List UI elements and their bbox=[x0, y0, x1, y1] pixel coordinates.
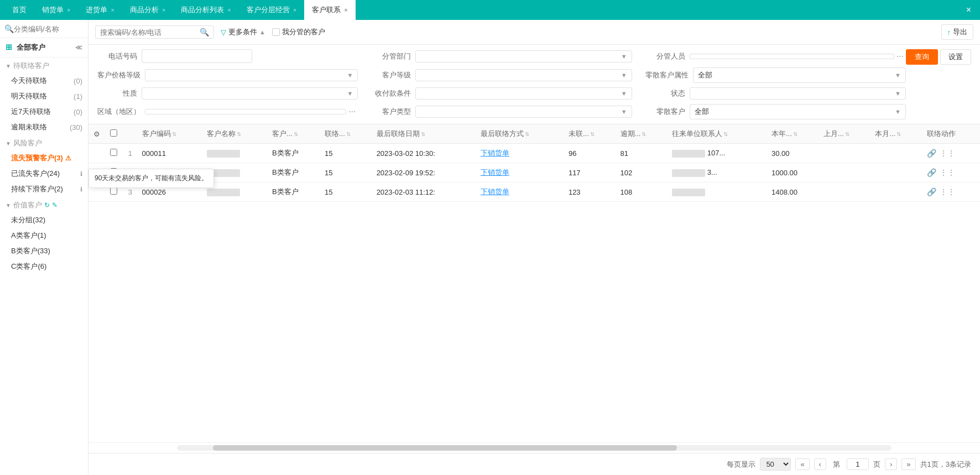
th-settings[interactable]: ⚙ bbox=[88, 124, 105, 144]
filter-retail-attr-select[interactable]: 全部 ▼ bbox=[693, 67, 906, 83]
close-purchase-order-icon[interactable]: × bbox=[111, 7, 114, 13]
search-submit-icon[interactable]: 🔍 bbox=[200, 28, 209, 36]
filter-price-select[interactable]: ▼ bbox=[145, 69, 358, 81]
close-customer-segment-icon[interactable]: × bbox=[293, 7, 296, 13]
close-customer-contact-icon[interactable]: × bbox=[344, 7, 347, 13]
filter-row-3: 性质 ▼ 收付款条件 ▼ bbox=[97, 87, 906, 100]
filter-customer-type-select[interactable]: ▼ bbox=[415, 106, 632, 118]
filter-manager-ellipsis[interactable]: ··· bbox=[894, 51, 906, 61]
sidebar-item-class-a[interactable]: A类客户(1) bbox=[0, 228, 88, 243]
th-last-month[interactable]: 上月...⇅ bbox=[820, 124, 872, 144]
edit-icon[interactable]: ✎ bbox=[52, 201, 58, 209]
sidebar-item-declining[interactable]: 持续下滑客户(2) ℹ bbox=[0, 181, 88, 197]
row-last-contact-date: 2023-03-02 10:30: bbox=[373, 144, 477, 163]
first-page-btn[interactable]: « bbox=[795, 458, 809, 470]
close-product-analysis-list-icon[interactable]: × bbox=[227, 7, 231, 13]
sidebar-group-value[interactable]: ▼ 价值客户 ↻ ✎ bbox=[0, 197, 88, 212]
row-code: 000026 bbox=[139, 182, 204, 202]
sidebar-item-7days[interactable]: 近7天待联络 (0) bbox=[0, 104, 88, 119]
th-contact[interactable]: 联络...⇅ bbox=[321, 124, 373, 144]
th-checkbox[interactable] bbox=[105, 124, 122, 144]
page-label-before: 第 bbox=[831, 460, 842, 469]
toolbar: 🔍 ▽ 更多条件 ▲ 我分管的客户 ↑ 导出 bbox=[88, 20, 980, 45]
horizontal-scrollbar[interactable] bbox=[177, 445, 892, 451]
my-customers-checkbox[interactable] bbox=[272, 28, 280, 36]
close-product-analysis-icon[interactable]: × bbox=[162, 7, 165, 13]
sidebar-item-class-c[interactable]: C类客户(6) bbox=[0, 259, 88, 274]
sidebar: 🔍 ⊞ 全部客户 ≪ ▼ 待联络客户 今天待联络 (0) 明天待联络 (1) 近… bbox=[0, 20, 88, 475]
filter-manager-select[interactable] bbox=[690, 54, 894, 59]
sidebar-item-churned[interactable]: 已流失客户(24) ℹ bbox=[0, 166, 88, 181]
filter-dept-select[interactable]: ▼ bbox=[415, 50, 632, 62]
row-code: 000011 bbox=[139, 144, 204, 163]
export-button[interactable]: ↑ 导出 bbox=[941, 24, 974, 40]
nav-customer-contact[interactable]: 客户联系 × bbox=[304, 0, 355, 20]
sidebar-item-ungroup[interactable]: 未分组(32) bbox=[0, 212, 88, 228]
filter-retail-select[interactable]: 全部 ▼ bbox=[690, 104, 906, 119]
row-action-more-icon[interactable]: ⋮⋮ bbox=[940, 187, 955, 196]
scrollbar-thumb[interactable] bbox=[213, 445, 677, 451]
sidebar-item-today[interactable]: 今天待联络 (0) bbox=[0, 73, 88, 88]
filter-region-select[interactable] bbox=[145, 109, 346, 114]
sidebar-item-overdue[interactable]: 逾期未联络 (30) bbox=[0, 119, 88, 135]
page-label-after: 页 bbox=[873, 460, 880, 469]
th-this-year[interactable]: 本年...⇅ bbox=[768, 124, 820, 144]
filter-dept-label: 分管部门 bbox=[371, 51, 415, 61]
sidebar-group-pending[interactable]: ▼ 待联络客户 bbox=[0, 58, 88, 73]
filter-payment-select[interactable]: ▼ bbox=[415, 87, 632, 100]
select-all-checkbox[interactable] bbox=[110, 129, 117, 137]
filter-nature: 性质 ▼ bbox=[97, 87, 358, 100]
th-this-month[interactable]: 本月...⇅ bbox=[872, 124, 924, 144]
nav-purchase-order[interactable]: 进货单 × bbox=[78, 0, 122, 20]
content-area: 🔍 ▽ 更多条件 ▲ 我分管的客户 ↑ 导出 bbox=[88, 20, 980, 475]
window-close-button[interactable]: × bbox=[962, 5, 976, 15]
th-overdue[interactable]: 逾期...⇅ bbox=[617, 124, 669, 144]
sidebar-search-icon: 🔍 bbox=[4, 24, 14, 33]
next-page-btn[interactable]: › bbox=[885, 458, 897, 470]
nav-product-analysis[interactable]: 商品分析 × bbox=[122, 0, 173, 20]
row-action-link-icon[interactable]: 🔗 bbox=[927, 168, 936, 177]
filter-phone-input[interactable] bbox=[142, 49, 252, 63]
row-action-link-icon[interactable]: 🔗 bbox=[927, 187, 936, 196]
filter-more-btn[interactable]: ▽ 更多条件 ▲ bbox=[221, 27, 265, 37]
prev-page-btn[interactable]: ‹ bbox=[814, 458, 826, 470]
row-action-more-icon[interactable]: ⋮⋮ bbox=[940, 168, 955, 177]
last-page-btn[interactable]: » bbox=[901, 458, 915, 470]
sidebar-item-churn-warning[interactable]: 流失预警客户(3) ⚠ bbox=[0, 150, 88, 166]
row-contacts bbox=[669, 182, 768, 202]
sidebar-search-input[interactable] bbox=[14, 25, 88, 33]
row-checkbox[interactable] bbox=[105, 144, 122, 163]
filter-customer-level-select[interactable]: ▼ bbox=[415, 69, 632, 81]
nav-product-analysis-list[interactable]: 商品分析列表 × bbox=[173, 0, 238, 20]
sidebar-item-class-b[interactable]: B类客户(33) bbox=[0, 243, 88, 259]
th-name[interactable]: 客户名称⇅ bbox=[204, 124, 269, 144]
filter-nature-select[interactable]: ▼ bbox=[142, 87, 358, 100]
th-last-contact-date[interactable]: 最后联络日期⇅ bbox=[373, 124, 477, 144]
row-action-more-icon[interactable]: ⋮⋮ bbox=[940, 149, 955, 158]
row-settings-icon bbox=[88, 144, 105, 163]
sidebar-all-customers[interactable]: ⊞ 全部客户 ≪ bbox=[0, 38, 88, 58]
page-number-input[interactable] bbox=[847, 458, 869, 470]
th-type[interactable]: 客户...⇅ bbox=[269, 124, 321, 144]
filter-region-ellipsis[interactable]: ··· bbox=[346, 107, 358, 117]
row-checkbox[interactable] bbox=[105, 182, 122, 202]
close-sales-order-icon[interactable]: × bbox=[67, 7, 70, 13]
nav-home[interactable]: 首页 bbox=[4, 0, 34, 20]
th-last-contact-way[interactable]: 最后联络方式⇅ bbox=[477, 124, 565, 144]
settings-button[interactable]: 设置 bbox=[940, 49, 971, 65]
refresh-icon[interactable]: ↻ bbox=[44, 201, 50, 209]
per-page-select[interactable]: 50 100 200 bbox=[760, 458, 791, 471]
row-checkbox[interactable] bbox=[105, 163, 122, 182]
th-code[interactable]: 客户编码⇅ bbox=[139, 124, 204, 144]
th-uncontacted[interactable]: 未联...⇅ bbox=[565, 124, 617, 144]
nav-sales-order[interactable]: 销货单 × bbox=[34, 0, 78, 20]
search-input[interactable] bbox=[100, 28, 200, 36]
sidebar-group-risk[interactable]: ▼ 风险客户 bbox=[0, 135, 88, 150]
my-customers-toggle[interactable]: 我分管的客户 bbox=[272, 27, 325, 37]
sidebar-item-tomorrow[interactable]: 明天待联络 (1) bbox=[0, 88, 88, 104]
row-action-link-icon[interactable]: 🔗 bbox=[927, 149, 936, 158]
nav-customer-segment[interactable]: 客户分层经营 × bbox=[239, 0, 304, 20]
filter-status-select[interactable]: ▼ bbox=[690, 87, 906, 100]
query-button[interactable]: 查询 bbox=[906, 49, 938, 65]
th-contacts[interactable]: 往来单位联系人⇅ bbox=[669, 124, 768, 144]
